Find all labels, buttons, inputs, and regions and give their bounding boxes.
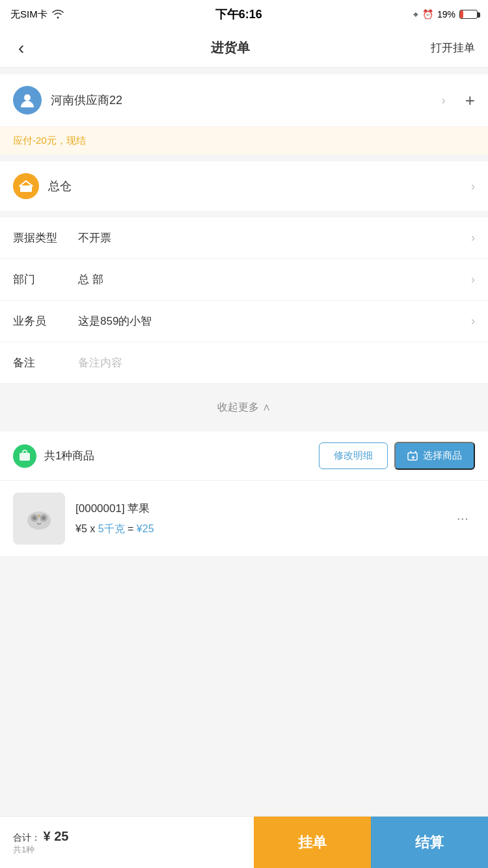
supplier-chevron-icon: › [442,94,446,107]
warehouse-chevron-icon: › [471,180,475,193]
product-total: ¥25 [137,523,154,534]
wifi-icon [51,8,64,21]
invoice-type-row[interactable]: 票据类型 不开票 › [0,217,488,259]
remark-row[interactable]: 备注 备注内容 [0,342,488,384]
select-product-label: 选择商品 [423,450,462,462]
carrier-text: 无SIM卡 [10,8,47,21]
spacer-1 [0,68,488,74]
salesperson-label: 业务员 [13,314,72,329]
collapse-label: 收起更多 ∧ [217,401,270,413]
supplier-avatar [13,86,42,115]
checkout-button[interactable]: 结算 [371,817,488,869]
product-item: [0000001] 苹果 ¥5 x 5千克 = ¥25 ··· [0,481,488,557]
supplier-row[interactable]: 河南供应商22 › + [0,74,488,127]
svg-point-7 [33,516,36,520]
battery-text: 19% [437,9,455,20]
collapse-row[interactable]: 收起更多 ∧ [0,390,488,425]
department-chevron-icon: › [471,273,475,286]
product-icon [13,444,36,468]
product-menu-button[interactable]: ··· [450,508,475,530]
footer-sub-count: 共1种 [13,844,241,856]
checkout-label: 结算 [415,833,444,852]
notice-banner: 应付-20元，现结 [0,127,488,155]
edit-detail-button[interactable]: 修改明细 [319,442,388,469]
svg-rect-3 [408,453,417,460]
supplier-name: 河南供应商22 [51,92,442,108]
page-title: 进货单 [211,39,250,57]
product-name: [0000001] 苹果 [75,501,450,516]
back-button[interactable]: ‹ [13,33,29,64]
footer: 合计： ¥ 25 共1种 挂单 结算 [0,816,488,868]
svg-rect-1 [20,185,32,192]
product-header: 共1种商品 修改明细 选择商品 [0,431,488,481]
department-row[interactable]: 部门 总 部 › [0,259,488,301]
battery-icon [459,10,478,19]
product-quantity: 5千克 [98,523,125,534]
invoice-type-label: 票据类型 [13,230,72,245]
remark-label: 备注 [13,355,72,370]
svg-rect-2 [20,453,30,461]
footer-spacer [0,563,488,622]
warehouse-row[interactable]: 总仓 › [0,161,488,211]
salesperson-row[interactable]: 业务员 这是859的小智 › [0,301,488,342]
total-label: 合计： [13,832,40,843]
suspend-button[interactable]: 挂单 [254,817,371,869]
product-count: 共1种商品 [44,448,319,463]
remark-placeholder: 备注内容 [72,355,475,370]
svg-point-8 [42,516,46,520]
salesperson-chevron-icon: › [471,314,475,328]
invoice-type-value: 不开票 [72,230,471,245]
warehouse-name: 总仓 [48,178,471,194]
footer-total-row: 合计： ¥ 25 [13,829,241,844]
status-right: ⌖ ⏰ 19% [413,9,478,20]
select-product-button[interactable]: 选择商品 [394,442,475,470]
status-bar: 无SIM卡 下午6:16 ⌖ ⏰ 19% [0,0,488,29]
price-value: ¥5 [75,523,87,534]
location-icon: ⌖ [413,9,418,20]
invoice-type-chevron-icon: › [471,231,475,245]
supplier-section: 河南供应商22 › + 应付-20元，现结 [0,74,488,155]
product-section: 共1种商品 修改明细 选择商品 [0000001 [0,431,488,557]
status-left: 无SIM卡 [10,8,64,21]
price-multiply: x [90,523,98,534]
warehouse-icon [13,173,39,199]
status-time: 下午6:16 [215,7,262,22]
form-section: 票据类型 不开票 › 部门 总 部 › 业务员 这是859的小智 › 备注 备注… [0,217,488,384]
department-label: 部门 [13,272,72,287]
alarm-icon: ⏰ [422,9,433,20]
add-supplier-button[interactable]: + [465,90,475,111]
product-info: [0000001] 苹果 ¥5 x 5千克 = ¥25 [75,501,450,536]
salesperson-value: 这是859的小智 [72,314,471,329]
svg-point-0 [24,94,31,101]
department-value: 总 部 [72,272,471,287]
suspend-label: 挂单 [298,833,327,852]
total-amount: ¥ 25 [43,829,68,843]
footer-total: 合计： ¥ 25 共1种 [0,829,254,856]
open-suspend-button[interactable]: 打开挂单 [431,40,475,55]
price-equals: = [128,523,137,534]
product-price: ¥5 x 5千克 = ¥25 [75,522,450,536]
product-thumbnail [13,493,65,545]
nav-bar: ‹ 进货单 打开挂单 [0,29,488,68]
